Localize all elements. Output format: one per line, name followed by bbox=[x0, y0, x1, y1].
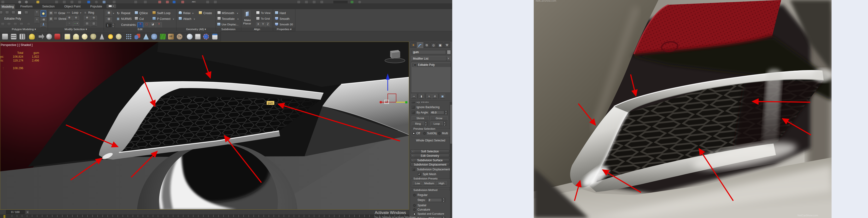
swift-loop-icon[interactable] bbox=[152, 11, 156, 14]
preset-medium-button[interactable]: Medium bbox=[423, 181, 435, 185]
dot-loop2-button[interactable]: -- ▾ bbox=[73, 22, 79, 27]
group-label[interactable]: Geometry (All) ▾ bbox=[177, 28, 216, 31]
spatial-radio[interactable] bbox=[413, 204, 416, 207]
swift-loop-label[interactable]: Swift Loop bbox=[157, 11, 170, 15]
align-icon[interactable] bbox=[214, 1, 217, 3]
ignore-backfacing-icon[interactable] bbox=[20, 23, 23, 26]
hard-label[interactable]: Hard bbox=[280, 11, 286, 15]
angle-snap-icon[interactable] bbox=[166, 1, 169, 3]
preset-low-button[interactable]: Low bbox=[413, 181, 422, 185]
group-label[interactable]: Properties ▾ bbox=[273, 28, 295, 31]
constraint-normal-button[interactable]: ↟ bbox=[156, 22, 162, 28]
rollout-subdivision-displacement[interactable]: −Subdivision Displacement bbox=[410, 163, 450, 166]
tab-motion-icon[interactable]: ◎ bbox=[430, 42, 437, 48]
use-displacement-icon[interactable] bbox=[217, 23, 221, 26]
smooth-icon[interactable] bbox=[275, 17, 278, 20]
modifier-list-dropdown[interactable]: Modifier List˅ bbox=[411, 56, 451, 61]
ring-button[interactable]: Ring bbox=[412, 121, 424, 126]
make-unique-button[interactable]: ∨ bbox=[427, 94, 432, 99]
rollout-edit-geometry[interactable]: +Edit Geometry bbox=[410, 154, 450, 157]
shaded-faces-icon[interactable]: ▥ bbox=[49, 17, 53, 22]
tessellate-icon[interactable] bbox=[217, 17, 221, 20]
sphere-primitive-icon[interactable] bbox=[82, 34, 88, 39]
msmooth-label[interactable]: MSmooth bbox=[222, 11, 234, 15]
light-lister-icon[interactable] bbox=[29, 34, 35, 39]
pin-stack-icon[interactable]: -⊠ bbox=[40, 18, 46, 22]
teapot-primitive-icon[interactable] bbox=[90, 34, 96, 39]
window-crossing-icon[interactable] bbox=[78, 1, 81, 3]
align-y-button[interactable]: Y bbox=[261, 22, 265, 27]
flask-icon[interactable] bbox=[40, 23, 46, 28]
by-angle-checkbox[interactable] bbox=[412, 111, 414, 114]
selection-center-icon[interactable] bbox=[144, 1, 147, 3]
angle-field[interactable]: 45.0 bbox=[430, 111, 444, 114]
cone-primitive-icon[interactable] bbox=[99, 34, 105, 39]
edge-mode-icon[interactable] bbox=[5, 11, 9, 14]
object-name-field[interactable]: gum bbox=[412, 50, 446, 54]
group-label[interactable]: Align bbox=[241, 28, 273, 31]
toolbar-icon[interactable] bbox=[1, 1, 4, 3]
ox-icon[interactable]: Ox bbox=[177, 34, 183, 39]
show-end-result-icon[interactable] bbox=[40, 10, 46, 17]
time-slider-marker[interactable] bbox=[3, 215, 5, 218]
edge-field[interactable]: 20.0 bbox=[428, 217, 442, 218]
undo-icon[interactable] bbox=[18, 1, 21, 3]
loop-button[interactable]: Loop bbox=[430, 121, 443, 126]
collapse-icon[interactable] bbox=[13, 23, 17, 26]
make-planar-icon[interactable] bbox=[244, 10, 250, 18]
rotate-icon[interactable] bbox=[95, 1, 98, 3]
smooth-30-label[interactable]: Smooth 30 bbox=[280, 23, 293, 26]
preview-multi-radio[interactable] bbox=[438, 132, 441, 135]
to-grid-label[interactable]: To Grid bbox=[261, 17, 270, 20]
rollout-soft-selection[interactable]: +Soft Selection bbox=[410, 150, 450, 153]
spiky-ball-icon[interactable] bbox=[151, 34, 157, 39]
viewport-label[interactable]: Perspective ] [ Shaded ] bbox=[1, 43, 33, 47]
tab-display-icon[interactable]: ▣ bbox=[437, 42, 443, 48]
pivot-icon[interactable] bbox=[134, 1, 137, 3]
loop-shrink-button[interactable]: ⊖ bbox=[73, 16, 79, 21]
shrink-icon[interactable] bbox=[54, 17, 57, 21]
spatial-curvature-radio[interactable] bbox=[413, 213, 416, 215]
angle-spinner[interactable] bbox=[445, 111, 448, 114]
dot-ring-button[interactable]: ▤ bbox=[84, 22, 90, 27]
split-mesh-checkbox[interactable]: ✓ bbox=[418, 173, 421, 176]
use-displacement-label[interactable]: Use Displac... bbox=[222, 23, 239, 26]
tab-modify-icon[interactable] bbox=[417, 42, 423, 48]
frame-counter[interactable]: 0 / 100 bbox=[6, 210, 25, 214]
create-icon[interactable] bbox=[198, 11, 202, 14]
select-by-name-icon[interactable] bbox=[63, 1, 66, 3]
moon-icon[interactable] bbox=[46, 34, 52, 39]
repeat-label[interactable]: Repeat bbox=[121, 11, 130, 15]
remove-modifier-button[interactable]: ⊘ bbox=[432, 94, 437, 99]
msmooth-icon[interactable] bbox=[217, 11, 221, 14]
render-frame-icon[interactable] bbox=[358, 1, 361, 3]
collapse-stack-down-icon[interactable]: ⤓ bbox=[35, 17, 39, 23]
use-soft-selection-icon[interactable]: ▤ bbox=[49, 11, 53, 16]
preview-subobj-radio[interactable] bbox=[423, 132, 426, 135]
tab-selection[interactable]: Selection bbox=[42, 4, 55, 9]
group-label[interactable]: Modify Selection ▾ bbox=[48, 28, 103, 31]
attach-icon[interactable] bbox=[178, 17, 182, 20]
render-preset-field[interactable] bbox=[333, 1, 348, 3]
to-view-icon[interactable] bbox=[256, 11, 260, 14]
layer-manager-icon[interactable] bbox=[297, 1, 300, 3]
tab-utilities-icon[interactable]: ⚒ bbox=[444, 42, 450, 48]
tab-freeform[interactable]: Freeform bbox=[20, 4, 33, 9]
object-color-swatch[interactable] bbox=[447, 50, 451, 54]
ring-shrink-button[interactable]: ⊖ bbox=[91, 16, 97, 21]
rollout-subdivision-surface[interactable]: +Subdivision Surface bbox=[410, 158, 450, 162]
curvature-radio[interactable] bbox=[413, 209, 416, 211]
to-grid-icon[interactable] bbox=[256, 17, 260, 20]
grow-button[interactable]: Grow bbox=[430, 116, 448, 120]
viewport[interactable]: Perspective ] [ Shaded ] Totalgum ys:106… bbox=[0, 42, 409, 210]
preserve-uvs-icon[interactable] bbox=[1, 23, 5, 26]
group-label[interactable]: Subdivision bbox=[216, 28, 241, 31]
tweak-icon[interactable] bbox=[7, 23, 11, 26]
group-label[interactable]: Polygon Modeling ▾ bbox=[0, 28, 48, 31]
edit-spinner[interactable] bbox=[112, 24, 115, 27]
ring-grow-button[interactable]: ⊕ bbox=[84, 16, 90, 21]
link-icon[interactable] bbox=[36, 1, 39, 3]
pin-stack-button[interactable]: ⊸ bbox=[411, 94, 416, 99]
vertex-mode-icon[interactable] bbox=[0, 11, 3, 14]
schematic-view-icon[interactable] bbox=[320, 1, 323, 3]
